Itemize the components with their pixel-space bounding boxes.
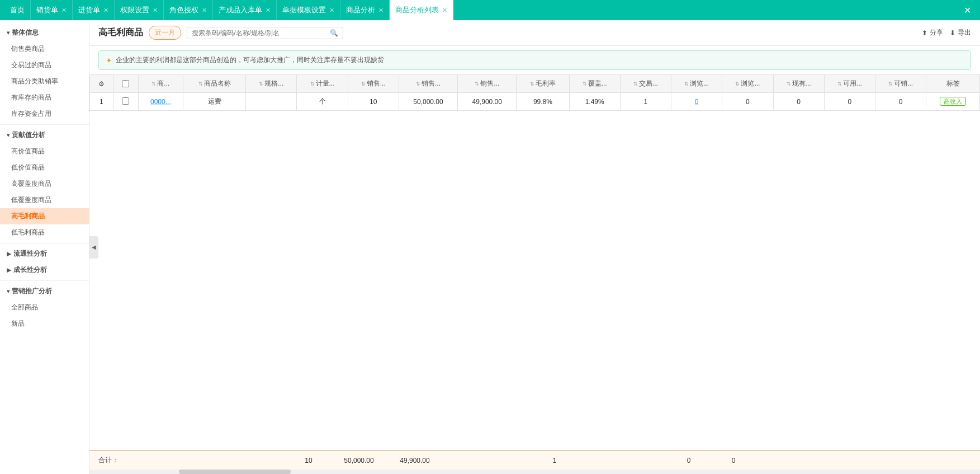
- row-checkbox[interactable]: [122, 97, 129, 105]
- col-sales-profit[interactable]: ⇅ 销售...: [458, 75, 517, 93]
- col-gross-margin[interactable]: ⇅ 毛利率: [517, 75, 569, 93]
- scrollbar-thumb[interactable]: [179, 470, 291, 474]
- footer-cell-amount: 50,000.00: [331, 457, 387, 464]
- sidebar-item-low-coverage[interactable]: 低覆盖度商品: [0, 192, 89, 208]
- sidebar-item-all-goods[interactable]: 全部商品: [0, 299, 89, 316]
- filter-month-btn[interactable]: 近一月: [149, 26, 181, 40]
- close-icon[interactable]: ✕: [378, 7, 384, 14]
- nav-tab-permission[interactable]: 权限设置 ✕: [115, 0, 164, 20]
- select-all-checkbox[interactable]: [122, 80, 129, 87]
- col-sales-amount[interactable]: ⇅ 销售...: [399, 75, 457, 93]
- sort-icon: ⇅: [837, 81, 842, 87]
- close-icon[interactable]: ✕: [103, 7, 108, 14]
- nav-tab-purchase[interactable]: 进货单 ✕: [73, 0, 115, 20]
- nav-tab-analysis-list[interactable]: 商品分析列表 ✕: [390, 0, 453, 20]
- nav-tab-template[interactable]: 单据模板设置 ✕: [277, 0, 340, 20]
- export-button[interactable]: ⬇ 导出: [950, 28, 971, 37]
- sort-icon: ⇅: [735, 81, 740, 87]
- sidebar-item-low-value[interactable]: 低价值商品: [0, 159, 89, 176]
- sidebar-item-high-coverage[interactable]: 高覆盖度商品: [0, 176, 89, 192]
- footer-cell-profit: 49,900.00: [387, 457, 443, 464]
- sort-icon: ⇅: [416, 81, 420, 87]
- chevron-right-icon: ▶: [7, 251, 11, 257]
- col-available[interactable]: ⇅ 可用...: [824, 75, 875, 93]
- cell-browse2: 0: [722, 93, 773, 111]
- col-tag[interactable]: 标签: [926, 75, 980, 93]
- col-name[interactable]: ⇅ 商品名称: [183, 75, 246, 93]
- nav-tab-sales[interactable]: 销货单 ✕: [31, 0, 73, 20]
- footer-label: 合计：: [98, 456, 121, 465]
- nav-tab-role[interactable]: 角色授权 ✕: [164, 0, 213, 20]
- sidebar-item-new-goods[interactable]: 新品: [0, 316, 89, 332]
- cell-name: 运费: [183, 93, 246, 111]
- share-button[interactable]: ⬆ 分享: [922, 28, 943, 37]
- sidebar-item-high-value[interactable]: 高价值商品: [0, 143, 89, 159]
- col-saleable[interactable]: ⇅ 可销...: [875, 75, 926, 93]
- window-close-btn[interactable]: ✕: [959, 5, 976, 16]
- col-sales-qty[interactable]: ⇅ 销售...: [348, 75, 399, 93]
- search-icon[interactable]: 🔍: [330, 29, 338, 37]
- cell-code[interactable]: 0000...: [138, 93, 183, 111]
- nav-tab-home[interactable]: 首页: [4, 0, 31, 20]
- chevron-down-icon: ▾: [7, 132, 10, 138]
- close-icon[interactable]: ✕: [266, 7, 271, 14]
- sort-icon: ⇅: [888, 81, 893, 87]
- sidebar-group-growth[interactable]: ▶ 成长性分析: [0, 262, 89, 278]
- chevron-down-icon: ▾: [7, 288, 10, 294]
- footer-cell-browse2-empty: [622, 457, 666, 464]
- cell-sales-amount: 50,000.00: [399, 93, 457, 111]
- settings-icon[interactable]: ⚙: [98, 80, 105, 88]
- col-checkbox: [113, 75, 138, 93]
- cell-browse1[interactable]: 0: [671, 93, 722, 111]
- col-spec[interactable]: ⇅ 规格...: [246, 75, 297, 93]
- sidebar-item-high-margin[interactable]: 高毛利商品: [0, 208, 89, 224]
- sidebar-group-contribution[interactable]: ▾ 贡献值分析: [0, 127, 89, 143]
- cell-spec: [246, 93, 297, 111]
- search-input[interactable]: [192, 29, 330, 37]
- info-banner: ✦ 企业的主要的利润都是这部分商品创造的，可考虑加大推广，同时关注库存量不要出现…: [98, 50, 971, 70]
- sidebar-group-marketing[interactable]: ▾ 营销推广分析: [0, 283, 89, 299]
- sidebar-item-stock-capital[interactable]: 库存资金占用: [0, 106, 89, 122]
- data-table-wrapper: ⚙ ⇅ 商...: [89, 74, 980, 450]
- sort-icon: ⇅: [530, 81, 534, 87]
- col-current-stock[interactable]: ⇅ 现有...: [773, 75, 824, 93]
- col-code[interactable]: ⇅ 商...: [138, 75, 183, 93]
- close-icon[interactable]: ✕: [61, 7, 67, 14]
- col-browse2[interactable]: ⇅ 浏览...: [722, 75, 773, 93]
- divider: [0, 243, 89, 243]
- main-layout: ▾ 整体信息 销售类商品 交易过的商品 商品分类助销率 有库存的商品 库存资金占…: [0, 20, 980, 474]
- cell-unit: 个: [297, 93, 348, 111]
- cell-sales-qty: 10: [348, 93, 399, 111]
- divider: [0, 124, 89, 125]
- sidebar-item-traded-goods[interactable]: 交易过的商品: [0, 57, 89, 73]
- page-title: 高毛利商品: [98, 27, 143, 39]
- col-browse1[interactable]: ⇅ 浏览...: [671, 75, 722, 93]
- footer-cell-qty: 10: [286, 457, 331, 464]
- footer-cell-trade: 1: [532, 457, 577, 464]
- sidebar-item-sales-goods[interactable]: 销售类商品: [0, 41, 89, 57]
- close-icon[interactable]: ✕: [202, 7, 207, 14]
- footer-cell-available: 0: [711, 457, 756, 464]
- close-icon[interactable]: ✕: [329, 7, 334, 14]
- sidebar-group-liquidity[interactable]: ▶ 流通性分析: [0, 246, 89, 262]
- sidebar-item-low-margin[interactable]: 低毛利商品: [0, 224, 89, 241]
- col-coverage[interactable]: ⇅ 覆盖...: [569, 75, 620, 93]
- close-icon[interactable]: ✕: [153, 7, 158, 14]
- sidebar-collapse-btn[interactable]: ◀: [89, 236, 98, 259]
- chevron-down-icon: ▾: [7, 30, 10, 36]
- close-icon[interactable]: ✕: [442, 7, 447, 14]
- nav-tab-product-in[interactable]: 产成品入库单 ✕: [213, 0, 277, 20]
- footer-cells: 10 50,000.00 49,900.00 1 0 0: [130, 457, 971, 464]
- horizontal-scrollbar[interactable]: [89, 470, 980, 474]
- col-trade[interactable]: ⇅ 交易...: [620, 75, 671, 93]
- col-unit[interactable]: ⇅ 计量...: [297, 75, 348, 93]
- cell-saleable: 0: [875, 93, 926, 111]
- sort-icon: ⇅: [361, 81, 366, 87]
- sidebar-group-overall[interactable]: ▾ 整体信息: [0, 25, 89, 41]
- footer-cell-margin: [443, 457, 487, 464]
- nav-tab-analysis[interactable]: 商品分析 ✕: [340, 0, 390, 20]
- sidebar-item-in-stock[interactable]: 有库存的商品: [0, 90, 89, 106]
- share-icon: ⬆: [922, 29, 927, 37]
- sidebar-item-category-rate[interactable]: 商品分类助销率: [0, 73, 89, 90]
- content-area: ◀ 高毛利商品 近一月 🔍 ⬆ 分享 ⬇ 导出 ✦ 企: [89, 20, 980, 474]
